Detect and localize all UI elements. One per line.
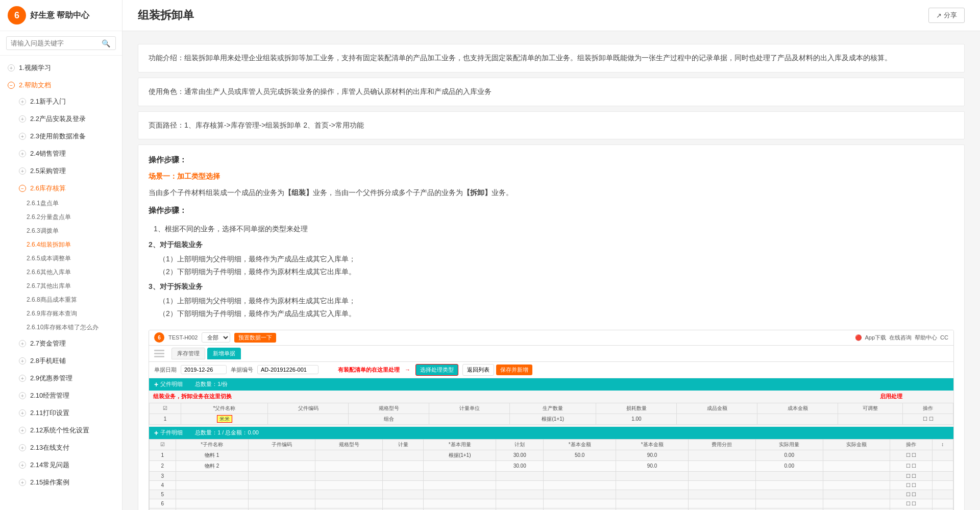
- mock-topbar: 6 TEST-H002 全部 预置数据一下 🔴 App下载 在线咨询 帮助中心 …: [149, 330, 953, 346]
- table-row: 6☐ ☐: [150, 499, 953, 508]
- mock-enable-annotation: 启用处理: [880, 393, 902, 400]
- mock-annotation1-area: 有装配清单的在这里处理 → 选择处理类型 返回列表 保存并新增: [323, 364, 948, 376]
- search-button[interactable]: 🔍: [102, 39, 110, 47]
- sidebar-item-payment[interactable]: + 2.13在线支付: [0, 440, 122, 456]
- nav-group-2-3: + 2.3使用前数据准备: [0, 128, 122, 144]
- sidebar-nav: + 1.视频学习 − 2.帮助文档 + 2.1新手入门: [0, 56, 122, 510]
- mock-section-label: 父件明细: [160, 380, 183, 388]
- mock-date-label: 单据日期: [154, 366, 177, 374]
- search-input[interactable]: [6, 36, 116, 50]
- expand-icon-2-4: +: [19, 150, 26, 157]
- sidebar-header: 6 好生意 帮助中心: [0, 0, 122, 31]
- mock-annotation1-text: 有装配清单的在这里处理: [338, 366, 400, 374]
- sidebar-item-sales[interactable]: + 2.4销售管理: [0, 145, 122, 162]
- expand-icon-2-3: +: [19, 133, 26, 140]
- intro-section: 功能介绍：组装拆卸单用来处理企业组装或拆卸等加工业务，支持有固定装配清单的产品加…: [138, 44, 965, 72]
- logo-icon: 6: [8, 6, 26, 25]
- table-row: 4☐ ☐: [150, 480, 953, 490]
- mock-annotation1-arrow: →: [405, 367, 410, 373]
- sidebar-item-2-6-8[interactable]: 2.6.8商品成本重算: [0, 293, 122, 307]
- mock-app-id: TEST-H002: [168, 334, 198, 341]
- sidebar-item-settings[interactable]: + 2.12系统个性化设置: [0, 422, 122, 439]
- sidebar-item-cases[interactable]: + 2.15操作案例: [0, 474, 122, 491]
- step3-1: （1）上部明细为父件明细，最终作为原材料生成其它出库单；: [159, 295, 954, 307]
- expand-icon-2-5: +: [19, 167, 26, 175]
- mock-app-logo: 6: [154, 332, 164, 343]
- sidebar-item-2-6-4[interactable]: 2.6.4组装拆卸单: [0, 238, 122, 252]
- mock-num-label: 单据编号: [231, 366, 253, 374]
- step2-1: （1）上部明细为父件明细，最终作为产成品生成其它入库单；: [159, 253, 954, 265]
- mock-form-row1: 单据日期 单据编号 有装配清单的在这里处理 → 选择处理类型 返回列表: [149, 362, 953, 378]
- nav-group-help-docs: − 2.帮助文档 + 2.1新手入门 + 2.2产品安装及登录: [0, 77, 122, 491]
- sidebar-item-2-6-7[interactable]: 2.6.7其他出库单: [0, 279, 122, 293]
- nav-group-label: 2.帮助文档: [19, 81, 51, 90]
- nav-group-2-10: + 2.10经营管理: [0, 387, 122, 404]
- nav-group-2-12: + 2.12系统个性化设置: [0, 422, 122, 439]
- sidebar-item-2-6-9[interactable]: 2.6.9库存账本查询: [0, 307, 122, 321]
- mock-num-input[interactable]: [257, 365, 318, 374]
- sidebar-item-data-prep[interactable]: + 2.3使用前数据准备: [0, 128, 122, 144]
- main-header: 组装拆卸单 ↗ 分享: [122, 0, 980, 31]
- mock-app: 6 TEST-H002 全部 预置数据一下 🔴 App下载 在线咨询 帮助中心 …: [149, 330, 953, 510]
- sidebar-item-mobile[interactable]: + 2.8手机旺铺: [0, 353, 122, 369]
- mock-section-area: + 父件明细 总数量：1/份 组装业务，拆卸业务在这里切换 启用处理: [149, 378, 953, 391]
- nav-group-2-14: + 2.14常见问题: [0, 457, 122, 473]
- sidebar-item-install[interactable]: + 2.2产品安装及登录: [0, 111, 122, 127]
- mock-preset-btn[interactable]: 预置数据一下: [234, 333, 276, 343]
- step3: 3、对于拆装业务: [149, 282, 954, 292]
- sidebar-item-faq[interactable]: + 2.14常见问题: [0, 457, 122, 473]
- sidebar-item-coupon[interactable]: + 2.9优惠券管理: [0, 370, 122, 386]
- sidebar: 6 好生意 帮助中心 🔍 + 1.视频学习 − 2.帮助文档 +: [0, 0, 122, 510]
- expand-icon-2-1: +: [19, 98, 26, 105]
- search-container: 🔍: [0, 31, 122, 56]
- mock-switch-annotation: 组装业务，拆卸业务在这里切换: [153, 393, 232, 400]
- expand-icon-2-11: +: [19, 409, 26, 417]
- share-icon: ↗: [936, 12, 942, 19]
- mock-back-btn[interactable]: 返回列表: [462, 364, 494, 376]
- sidebar-item-2-6-10[interactable]: 2.6.10库存账本错了怎么办: [0, 321, 122, 334]
- mock-tab-inventory[interactable]: 库存管理: [172, 348, 205, 359]
- ops-steps-title: 操作步骤：: [149, 206, 954, 215]
- table-row: 1 米米 组合 根据(1+1) 1.00 ☐ ☐: [150, 414, 953, 424]
- page-title: 组装拆卸单: [138, 8, 194, 23]
- sidebar-item-2-6-5[interactable]: 2.6.5成本调整单: [0, 252, 122, 265]
- expand-icon-2-14: +: [19, 462, 26, 469]
- sidebar-item-finance[interactable]: + 2.7资金管理: [0, 335, 122, 352]
- sidebar-item-beginner[interactable]: + 2.1新手入门: [0, 93, 122, 110]
- mock-app-select[interactable]: 全部: [202, 332, 230, 343]
- nav-group-2-5: + 2.5采购管理: [0, 163, 122, 179]
- sidebar-item-help-docs[interactable]: − 2.帮助文档: [0, 77, 122, 93]
- sidebar-item-print[interactable]: + 2.11打印设置: [0, 405, 122, 421]
- expand-icon-2-15: +: [19, 479, 26, 486]
- collapse-icon-2-6: −: [19, 185, 26, 192]
- sidebar-item-inventory[interactable]: − 2.6库存核算: [0, 180, 122, 197]
- sidebar-item-2-6-1[interactable]: 2.6.1盘点单: [0, 197, 122, 210]
- step3-2: （2）下部明细为子件明细，最终作为产成品生成其它入库单。: [159, 307, 954, 320]
- sidebar-item-ops[interactable]: + 2.10经营管理: [0, 387, 122, 404]
- sidebar-item-purchase[interactable]: + 2.5采购管理: [0, 163, 122, 179]
- sidebar-item-video-learning[interactable]: + 1.视频学习: [0, 60, 122, 76]
- mock-sidebar-icons: [154, 350, 169, 357]
- main-content: 功能介绍：组装拆卸单用来处理企业组装或拆卸等加工业务，支持有固定装配清单的产品加…: [122, 31, 980, 510]
- mock-save-btn[interactable]: 保存并新增: [496, 365, 532, 375]
- collapse-icon: −: [8, 82, 15, 89]
- sidebar-item-2-6-6[interactable]: 2.6.6其他入库单: [0, 265, 122, 279]
- path-text: 页面路径：1、库存核算->库存管理->组装拆卸单 2、首页->常用功能: [149, 119, 954, 132]
- role-text: 使用角色：通常由生产人员或库管人员完成拆装业务的操作，库管人员确认原材料的出库和…: [149, 86, 954, 98]
- screenshot-container: 6 TEST-H002 全部 预置数据一下 🔴 App下载 在线咨询 帮助中心 …: [149, 330, 954, 510]
- table-row: 1 物料 1 根据(1+1) 30.00 50.0 90.0: [150, 450, 953, 460]
- table-row: 2 物料 2 30.00 90.0: [150, 460, 953, 471]
- path-section: 页面路径：1、库存核算->库存管理->组装拆卸单 2、首页->常用功能: [138, 111, 965, 140]
- sidebar-item-2-6-2[interactable]: 2.6.2分量盘点单: [0, 210, 122, 224]
- nav-group-2-7: + 2.7资金管理: [0, 335, 122, 352]
- expand-icon-2-8: +: [19, 357, 26, 365]
- nav-group-2-15: + 2.15操作案例: [0, 474, 122, 491]
- nav-group-2-8: + 2.8手机旺铺: [0, 353, 122, 369]
- mock-date-input[interactable]: [181, 365, 227, 374]
- step2: 2、对于组装业务: [149, 240, 954, 250]
- mock-tab-new[interactable]: 新增单据: [207, 348, 241, 359]
- nav-group-label: 1.视频学习: [19, 63, 51, 72]
- sidebar-item-2-6-3[interactable]: 2.6.3调拨单: [0, 224, 122, 238]
- share-button[interactable]: ↗ 分享: [928, 8, 965, 23]
- mock-type-btn[interactable]: 选择处理类型: [415, 364, 458, 376]
